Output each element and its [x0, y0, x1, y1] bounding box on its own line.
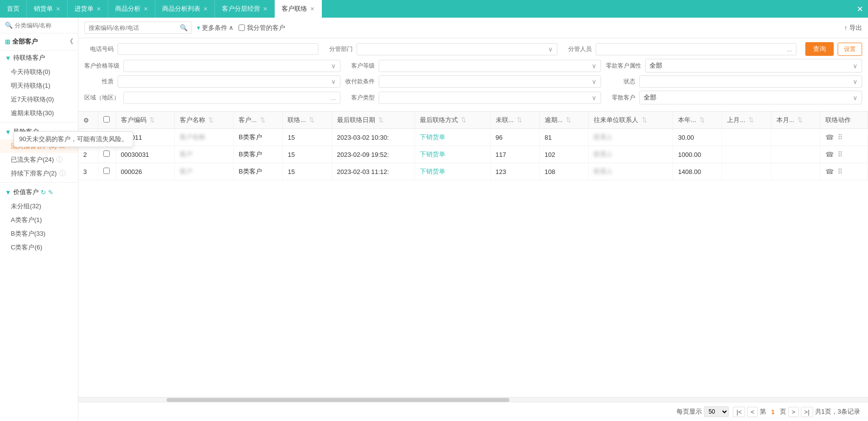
value-refresh-icon[interactable]: ↻ [41, 189, 46, 196]
tab-home[interactable]: 首页 [0, 0, 27, 18]
col-this-year[interactable]: 本年... ⇅ [673, 112, 722, 129]
sidebar-all-customers[interactable]: ⊞ 全部客户 《 [0, 33, 78, 50]
zero-sale-select[interactable]: 全部 ∨ [645, 59, 862, 73]
sidebar-item-overdue[interactable]: 逾期未联络(30) [0, 106, 78, 120]
tab-bar-close[interactable]: ✕ [857, 4, 868, 14]
row2-check[interactable] [103, 150, 110, 157]
row3-last-way-link[interactable]: 下销货单 [420, 168, 445, 175]
filter-bar: 🔍 ▾ 更多条件 ∧ 我分管的客户 ↑ 导出 [78, 18, 868, 38]
dept-select[interactable]: ∨ [357, 43, 557, 55]
tab-analysis-close[interactable]: ✕ [144, 6, 148, 12]
sidebar-search-icon: 🔍 [5, 22, 13, 29]
h-scroll-thumb[interactable] [167, 398, 509, 402]
customer-type-select[interactable]: ∨ [379, 92, 602, 104]
zero-customer-select[interactable]: 全部 ∨ [639, 91, 862, 104]
sidebar-item-declining[interactable]: 持续下滑客户(2) ⓘ [0, 167, 78, 180]
row3-checkbox[interactable] [98, 163, 116, 180]
tab-sales-label: 销货单 [34, 4, 53, 13]
col-this-month[interactable]: 本月... ⇅ [771, 112, 820, 129]
sidebar-item-c-class[interactable]: C类客户(6) [0, 241, 78, 254]
row2-phone-icon[interactable]: ☎ [825, 150, 834, 158]
row1-last-way[interactable]: 下销货单 [414, 129, 490, 146]
dept-chevron: ∨ [548, 46, 553, 53]
filter-search-box[interactable]: 🔍 [84, 22, 192, 34]
value-edit-icon[interactable]: ✎ [48, 189, 53, 196]
tab-analysis-list-close[interactable]: ✕ [203, 6, 208, 12]
row1-phone-icon[interactable]: ☎ [825, 133, 834, 141]
customer-type-chevron: ∨ [592, 94, 597, 101]
tab-sales[interactable]: 销货单 ✕ [27, 0, 68, 18]
row1-overdue: 81 [539, 129, 588, 146]
per-page-select[interactable]: 50 100 200 [704, 406, 729, 417]
sidebar-search-input[interactable] [15, 22, 73, 29]
col-last-date[interactable]: 最后联络日期 ⇅ [332, 112, 414, 129]
all-customers-label: 全部客户 [12, 37, 38, 46]
settings-button[interactable]: 设置 [838, 43, 862, 56]
row3-last-way[interactable]: 下销货单 [414, 163, 490, 180]
row1-last-way-link[interactable]: 下销货单 [420, 133, 445, 141]
tab-purchase[interactable]: 进货单 ✕ [68, 0, 108, 18]
row2-last-way-link[interactable]: 下销货单 [420, 150, 445, 158]
filter-more-btn[interactable]: ▾ 更多条件 ∧ [197, 24, 234, 32]
region-select[interactable]: ... [123, 92, 340, 104]
row1-type: B类客户 [234, 129, 283, 146]
row2-more-icon[interactable]: ⠿ [838, 150, 843, 158]
sidebar-item-ungroup[interactable]: 未分组(32) [0, 199, 78, 213]
sidebar-section-value[interactable]: ▼ 价值客户 ↻ ✎ [0, 185, 78, 199]
col-name[interactable]: 客户名称 ⇅ [174, 112, 233, 129]
row1-more-icon[interactable]: ⠿ [838, 133, 843, 141]
col-this-month-label: 本月... [776, 116, 795, 124]
col-checkbox[interactable] [98, 112, 116, 129]
tab-customer-contact[interactable]: 客户联络 ✕ [275, 0, 322, 18]
h-scroll-area[interactable] [78, 397, 868, 402]
row3-phone-icon[interactable]: ☎ [825, 168, 834, 175]
col-unit-contact[interactable]: 往来单位联系人 ⇅ [589, 112, 673, 129]
sidebar-item-a-class[interactable]: A类客户(1) [0, 213, 78, 227]
phone-input[interactable] [118, 43, 318, 55]
tab-purchase-close[interactable]: ✕ [96, 6, 101, 12]
staff-select[interactable]: ... [596, 43, 796, 55]
customer-level-select[interactable]: ∨ [379, 60, 602, 72]
col-settings[interactable]: ⚙ [78, 112, 98, 129]
row3-more-icon[interactable]: ⠿ [838, 168, 843, 175]
col-last-way[interactable]: 最后联络方式 ⇅ [414, 112, 490, 129]
query-button[interactable]: 查询 [805, 42, 834, 56]
export-button[interactable]: ↑ 导出 [844, 24, 863, 32]
row2-last-month [722, 146, 771, 163]
my-customers-checkbox[interactable] [239, 25, 245, 31]
col-code[interactable]: 客户编码 ⇅ [116, 112, 174, 129]
sidebar-search-bar[interactable]: 🔍 [0, 18, 78, 33]
col-no-contact[interactable]: 未联... ⇅ [490, 112, 539, 129]
sidebar-item-churned[interactable]: 已流失客户(24) ⓘ [0, 153, 78, 167]
sidebar-section-pending[interactable]: ▼ 待联络客户 [0, 50, 78, 65]
filter-my-customers[interactable]: 我分管的客户 [239, 24, 285, 32]
first-page-btn[interactable]: |< [733, 407, 745, 417]
row3-check[interactable] [103, 168, 110, 174]
tab-customer-tier[interactable]: 客户分层经营 ✕ [215, 0, 275, 18]
payment-select[interactable]: ∨ [379, 75, 602, 88]
gender-select[interactable]: ∨ [118, 75, 340, 88]
col-contact[interactable]: 联络... ⇅ [283, 112, 332, 129]
status-select[interactable]: ∨ [639, 75, 862, 88]
col-type[interactable]: 客户... ⇅ [234, 112, 283, 129]
prev-page-btn[interactable]: < [747, 407, 758, 417]
tab-analysis[interactable]: 商品分析 ✕ [108, 0, 155, 18]
col-last-month[interactable]: 上月... ⇅ [722, 112, 771, 129]
next-page-btn[interactable]: > [788, 407, 799, 417]
tab-analysis-list[interactable]: 商品分析列表 ✕ [155, 0, 215, 18]
sidebar-item-tomorrow[interactable]: 明天待联络(1) [0, 79, 78, 93]
filter-search-icon[interactable]: 🔍 [180, 24, 188, 31]
sidebar-item-b-class[interactable]: B类客户(33) [0, 227, 78, 241]
tab-customer-contact-close[interactable]: ✕ [310, 6, 314, 12]
filter-search-input[interactable] [89, 25, 178, 31]
last-page-btn[interactable]: >| [801, 407, 813, 417]
sidebar-item-week[interactable]: 近7天待联络(0) [0, 93, 78, 106]
sidebar-item-today[interactable]: 今天待联络(0) [0, 65, 78, 79]
row2-checkbox[interactable] [98, 146, 116, 163]
row2-last-way[interactable]: 下销货单 [414, 146, 490, 163]
select-all-checkbox[interactable] [103, 116, 110, 123]
tab-customer-tier-close[interactable]: ✕ [263, 6, 267, 12]
col-overdue[interactable]: 逾期... ⇅ [539, 112, 588, 129]
price-level-select[interactable]: ∨ [123, 60, 340, 72]
tab-sales-close[interactable]: ✕ [56, 6, 60, 12]
